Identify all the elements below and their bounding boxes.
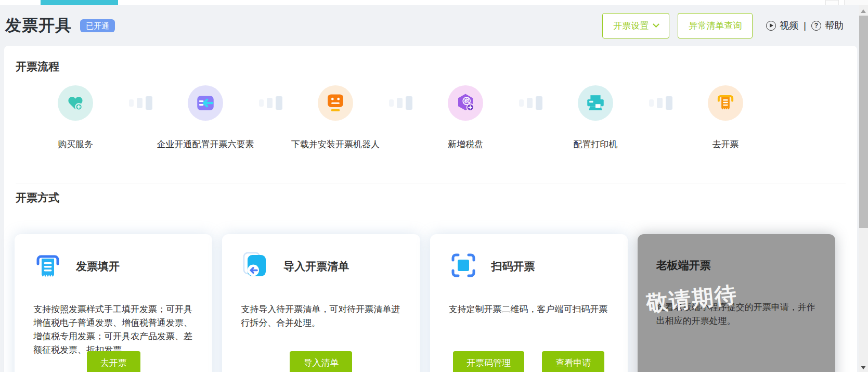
flow-step-label: 下载并安装开票机器人	[291, 138, 380, 150]
section-divider	[16, 184, 846, 184]
card-title: 导入开票清单	[283, 259, 349, 274]
flow-connector	[504, 85, 556, 121]
flow-connector	[244, 85, 296, 121]
help-link[interactable]: ? 帮助	[811, 19, 844, 32]
card-title: 发票填开	[76, 259, 120, 274]
card-scan-code: 扫码开票 支持定制开票二维码，客户端可扫码开票 开票码管理 查看申请	[430, 234, 628, 372]
flow-step-label: 配置打印机	[574, 138, 618, 150]
invoice-settings-button[interactable]: 开票设置	[602, 13, 669, 39]
flow-step-label: 去开票	[712, 138, 739, 150]
flow-connector	[374, 85, 426, 121]
card-boss-invoice: 老板端开票 查看老板端小程序提交的开票申请，并作出相应的开票处理。 敬请期待	[638, 234, 835, 372]
flow-step-configure-printer: 配置打印机	[556, 85, 634, 150]
invoice-settings-label: 开票设置	[613, 20, 649, 32]
status-badge: 已开通	[80, 19, 115, 32]
scroll-down-arrow-icon[interactable]	[861, 366, 866, 369]
go-invoice-button[interactable]: 去开票	[87, 351, 140, 372]
card-head: 导入开票清单	[241, 251, 401, 282]
page-header: 发票开具 已开通 开票设置 异常清单查询 视频 | ? 帮助	[0, 5, 857, 46]
import-list-button[interactable]: 导入清单	[290, 351, 352, 372]
card-buttons: 开票码管理 查看申请	[430, 351, 628, 372]
card-description: 支持导入待开票清单，可对待开票清单进行拆分、合并处理。	[241, 303, 401, 330]
invoice-print-icon	[33, 251, 62, 282]
view-application-button[interactable]: 查看申请	[542, 351, 604, 372]
card-description: 支持定制开票二维码，客户端可扫码开票	[449, 303, 609, 316]
card-head: 发票填开	[33, 251, 193, 282]
flow-step-buy-service: 购买服务	[36, 85, 114, 150]
question-circle-icon: ?	[811, 21, 821, 31]
tab-strip-fragment	[844, 0, 868, 5]
flow-step-install-robot: 下载并安装开票机器人	[296, 85, 374, 150]
flow-step-label: 企业开通配置开票六要素	[157, 138, 254, 150]
video-link-label: 视频	[780, 19, 798, 32]
scroll-up-arrow-icon[interactable]	[861, 9, 866, 13]
card-import-list: 导入开票清单 支持导入待开票清单，可对待开票清单进行拆分、合并处理。 导入清单	[222, 234, 420, 372]
tax-disk-add-icon: 税	[448, 85, 483, 121]
flow-section-heading: 开票流程	[11, 59, 850, 74]
flow-step-label: 新增税盘	[448, 138, 483, 150]
robot-icon	[318, 85, 353, 121]
flow-step-label: 购买服务	[58, 138, 93, 150]
scan-qr-icon	[449, 251, 478, 282]
card-head: 扫码开票	[449, 251, 609, 282]
import-list-icon	[241, 251, 270, 282]
flow-step-go-invoice: 去开票	[686, 85, 765, 150]
invoicing-flow: 购买服务 企业开通配置开票六要素	[36, 85, 765, 150]
card-buttons: 导入清单	[222, 351, 420, 372]
video-link[interactable]: 视频	[766, 19, 798, 32]
abnormal-list-query-button[interactable]: 异常清单查询	[678, 13, 753, 39]
card-title: 扫码开票	[491, 259, 535, 274]
card-invoice-fill: 发票填开 支持按照发票样式手工填开发票；可开具增值税电子普通发票、增值税普通发票…	[15, 234, 212, 372]
main-panel: 开票流程 购买服务	[4, 46, 857, 372]
scrollbar-thumb[interactable]	[859, 16, 868, 228]
invoice-receipt-icon	[708, 85, 743, 121]
page-title: 发票开具	[5, 15, 72, 36]
heart-plus-icon	[58, 85, 93, 121]
help-link-label: 帮助	[825, 19, 844, 32]
header-links: 视频 | ? 帮助	[766, 19, 844, 32]
flow-connector	[114, 85, 166, 121]
flow-connector	[634, 85, 686, 121]
flow-step-add-tax-disk: 税 新增税盘	[426, 85, 504, 150]
tab-bar-strip	[0, 0, 868, 5]
invoice-code-manage-button[interactable]: 开票码管理	[453, 351, 524, 372]
card-head: 老板端开票	[656, 251, 817, 280]
methods-section-heading: 开票方式	[11, 190, 850, 205]
method-cards: 发票填开 支持按照发票样式手工填开发票；可开具增值税电子普通发票、增值税普通发票…	[15, 234, 835, 372]
link-separator: |	[804, 20, 806, 31]
abnormal-list-query-label: 异常清单查询	[689, 20, 742, 32]
card-buttons: 去开票	[15, 351, 212, 372]
svg-text:税: 税	[463, 98, 469, 104]
card-description: 支持按照发票样式手工填开发票；可开具增值税电子普通发票、增值税普通发票、增值税专…	[33, 303, 193, 357]
flow-step-configure-elements: 企业开通配置开票六要素	[166, 85, 244, 150]
header-actions: 开票设置 异常清单查询 视频 | ? 帮助	[602, 13, 844, 39]
chevron-down-icon	[653, 21, 659, 28]
play-circle-icon	[766, 21, 776, 31]
import-box-icon	[188, 85, 223, 121]
active-tab-indicator[interactable]	[41, 0, 118, 5]
printer-icon	[578, 85, 613, 121]
card-title: 老板端开票	[656, 258, 711, 273]
tab-strip-fragment	[825, 0, 839, 5]
vertical-scrollbar[interactable]	[859, 5, 868, 372]
